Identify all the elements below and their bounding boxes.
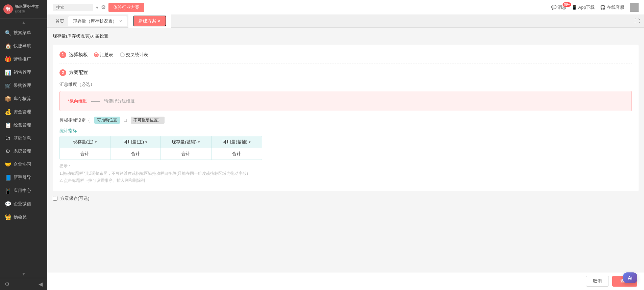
summary-dimension-label: 汇总维度（必选） bbox=[59, 81, 632, 88]
sidebar-item-vip[interactable]: 👑 畅会员 bbox=[0, 211, 47, 224]
sidebar-scroll-up[interactable]: ▲ bbox=[0, 19, 47, 26]
clipboard-icon: 📋 bbox=[5, 122, 11, 128]
industry-plan-button[interactable]: 体验行业方案 bbox=[108, 3, 144, 12]
sidebar: 畅 畅康通好生意 标准版 ▲ 🔍 搜索菜单 🏠 快捷导航 🎁 营销推广 📊 销售… bbox=[0, 0, 47, 290]
expand-icon[interactable]: ⛶ bbox=[635, 18, 640, 24]
sidebar-item-label: 基础信息 bbox=[14, 135, 31, 141]
stats-section: 统计指标 现存量(主) ▾ 可用量(主) ▾ 现存量(基辅) bbox=[59, 128, 632, 160]
tab-inventory-status-close[interactable]: ✕ bbox=[119, 19, 122, 24]
search-icon: 🔍 bbox=[5, 30, 11, 36]
wechat-icon: 💬 bbox=[5, 201, 11, 207]
section1-number: 1 bbox=[59, 51, 66, 58]
sidebar-bottom: ⚙ ◀ bbox=[0, 278, 47, 290]
content-area: 现存量(库存状况表)方案设置 1 选择模板 汇总表 交叉统计表 bbox=[47, 28, 644, 272]
stats-table: 现存量(主) ▾ 可用量(主) ▾ 现存量(基辅) ▾ 可用量(基辅) bbox=[59, 136, 262, 160]
search-input[interactable] bbox=[53, 4, 93, 11]
sidebar-item-finance[interactable]: 💰 资金管理 bbox=[0, 105, 47, 119]
radio-summary-label: 汇总表 bbox=[100, 52, 113, 58]
radio-summary[interactable]: 汇总表 bbox=[94, 52, 113, 58]
sidebar-item-quick-nav[interactable]: 🏠 快捷导航 bbox=[0, 40, 47, 53]
tab-inventory-status[interactable]: 现存量（库存状况表） ✕ bbox=[68, 16, 127, 26]
cell-0-0: 合计 bbox=[60, 148, 110, 160]
new-plan-close-icon[interactable]: ✕ bbox=[157, 19, 161, 23]
cell-0-3: 合计 bbox=[212, 148, 262, 160]
dimension-box[interactable]: *纵向维度 —— 请选择分组维度 bbox=[59, 91, 632, 111]
radio-summary-dot bbox=[95, 54, 98, 56]
home-icon: 🏠 bbox=[5, 43, 11, 49]
sidebar-item-search-menu[interactable]: 🔍 搜索菜单 bbox=[0, 26, 47, 40]
col-label-2: 现存量(基辅) bbox=[172, 139, 197, 145]
page-title: 现存量(库存状况表)方案设置 bbox=[53, 33, 639, 39]
gear-icon: ⚙ bbox=[5, 148, 11, 154]
cancel-button[interactable]: 取消 bbox=[586, 276, 609, 287]
section1-header: 1 选择模板 汇总表 交叉统计表 bbox=[59, 51, 632, 58]
col-header-0[interactable]: 现存量(主) ▾ bbox=[60, 136, 110, 148]
topbar-left: ▾ ⚙ 体验行业方案 bbox=[53, 3, 144, 12]
sidebar-scroll-down[interactable]: ▼ bbox=[0, 270, 47, 278]
sidebar-item-basic-info[interactable]: 🗂 基础信息 bbox=[0, 132, 47, 145]
sidebar-item-operations[interactable]: 📋 经营管理 bbox=[0, 119, 47, 132]
sidebar-item-label: 资金管理 bbox=[14, 109, 31, 115]
template-settings-row: 模板指标设定（ 可拖动位置 □ 不可拖动位置） bbox=[59, 117, 632, 124]
sidebar-item-inventory[interactable]: 📦 库存核算 bbox=[0, 92, 47, 105]
sidebar-item-label: 搜索菜单 bbox=[14, 30, 31, 36]
col-header-1[interactable]: 可用量(主) ▾ bbox=[110, 136, 161, 148]
sidebar-item-enterprise-wechat[interactable]: 💬 企业微信 bbox=[0, 197, 47, 211]
ai-float-button[interactable]: Ai bbox=[623, 272, 637, 283]
tab-new-plan[interactable]: 新建方案 ✕ bbox=[128, 14, 171, 29]
template-settings-sep: □ bbox=[124, 118, 127, 123]
crown-icon: 👑 bbox=[5, 214, 11, 220]
money-icon: 💰 bbox=[5, 109, 11, 115]
sidebar-item-new-guide[interactable]: 📘 新手引导 bbox=[0, 171, 47, 184]
tag-non-draggable: 不可拖动位置） bbox=[131, 117, 165, 124]
col-header-2[interactable]: 现存量(基辅) ▾ bbox=[161, 136, 212, 148]
settings-icon[interactable]: ⚙ bbox=[5, 281, 9, 287]
section2-header: 2 方案配置 bbox=[59, 69, 632, 76]
section2-title: 方案配置 bbox=[69, 70, 88, 76]
sidebar-item-label: 销售管理 bbox=[14, 69, 31, 75]
sidebar-item-system[interactable]: ⚙ 系统管理 bbox=[0, 145, 47, 158]
sidebar-item-label: 采购管理 bbox=[14, 82, 31, 89]
stats-table-row-0: 合计 合计 合计 合计 bbox=[60, 148, 262, 160]
settings-card: 1 选择模板 汇总表 交叉统计表 bbox=[53, 45, 639, 191]
tips-label: 提示： bbox=[59, 164, 72, 168]
dimension-dash: —— bbox=[91, 99, 100, 104]
book-icon: 📘 bbox=[5, 174, 11, 181]
sidebar-item-label: 新手引导 bbox=[14, 174, 31, 180]
collapse-icon[interactable]: ◀ bbox=[39, 281, 43, 287]
sidebar-item-enterprise[interactable]: 🤝 企业协同 bbox=[0, 158, 47, 171]
new-plan-button[interactable]: 新建方案 ✕ bbox=[133, 16, 166, 26]
sidebar-item-app-center[interactable]: 📱 应用中心 bbox=[0, 184, 47, 197]
cell-0-2: 合计 bbox=[161, 148, 212, 160]
bottom-bar: 取消 查询 bbox=[47, 272, 644, 290]
dropdown-icon[interactable]: ▾ bbox=[96, 5, 98, 10]
sidebar-item-sales[interactable]: 📊 销售管理 bbox=[0, 66, 47, 79]
col-chevron-2[interactable]: ▾ bbox=[198, 140, 200, 144]
online-service[interactable]: 🎧 在线客服 bbox=[600, 4, 624, 10]
radio-summary-circle bbox=[94, 52, 99, 57]
sidebar-item-marketing[interactable]: 🎁 营销推广 bbox=[0, 53, 47, 66]
sidebar-item-purchase[interactable]: 🛒 采购管理 bbox=[0, 79, 47, 92]
col-header-3[interactable]: 可用量(基辅) ▾ bbox=[212, 136, 262, 148]
chart-icon: 📊 bbox=[5, 69, 11, 76]
col-chevron-0[interactable]: ▾ bbox=[95, 140, 97, 144]
message-badge[interactable]: 💬 消息 99+ bbox=[551, 4, 567, 10]
save-checkbox[interactable] bbox=[53, 196, 57, 201]
template-radio-group: 汇总表 交叉统计表 bbox=[94, 52, 148, 58]
app-download[interactable]: 📱 App下载 bbox=[572, 4, 595, 10]
col-label-1: 可用量(主) bbox=[123, 139, 144, 145]
sidebar-item-label: 企业协同 bbox=[14, 161, 31, 167]
logo-sub: 标准版 bbox=[15, 9, 39, 14]
topbar-gear-icon[interactable]: ⚙ bbox=[101, 4, 106, 10]
dimension-placeholder: 请选择分组维度 bbox=[104, 98, 135, 104]
topbar: ▾ ⚙ 体验行业方案 💬 消息 99+ 📱 App下载 🎧 在线客服 bbox=[47, 0, 644, 15]
folder-icon: 🗂 bbox=[5, 135, 11, 141]
col-chevron-1[interactable]: ▾ bbox=[145, 140, 147, 144]
radio-cross[interactable]: 交叉统计表 bbox=[120, 52, 148, 58]
tab-home[interactable]: 首页 bbox=[51, 16, 68, 26]
sidebar-logo: 畅 畅康通好生意 标准版 bbox=[0, 0, 47, 19]
radio-cross-label: 交叉统计表 bbox=[126, 52, 148, 58]
col-chevron-3[interactable]: ▾ bbox=[249, 140, 251, 144]
mobile-icon: 📱 bbox=[5, 188, 11, 194]
user-avatar[interactable] bbox=[630, 3, 639, 12]
